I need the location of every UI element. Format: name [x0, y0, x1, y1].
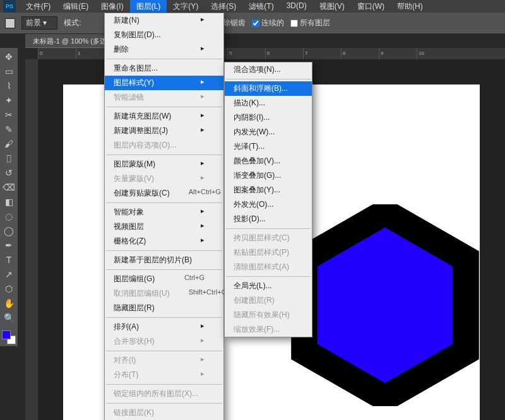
- menu-7[interactable]: 3D(D): [280, 0, 313, 13]
- menu-4[interactable]: 文字(Y): [167, 0, 205, 13]
- menu-item-label: 拷贝图层样式(C): [234, 233, 290, 243]
- menu-10[interactable]: 帮助(H): [391, 0, 429, 13]
- menu-item-label: 分布(T): [114, 370, 138, 380]
- style-menu-item-2[interactable]: 斜面和浮雕(B)...: [225, 81, 312, 96]
- crop-tool-icon[interactable]: ✂: [1, 108, 16, 122]
- layer-menu-item-16[interactable]: 智能对象: [105, 205, 223, 219]
- menu-item-label: 锁定组内的所有图层(X)...: [114, 388, 198, 399]
- menu-3[interactable]: 图层(L): [130, 0, 167, 13]
- style-menu-item-4[interactable]: 内阴影(I)...: [225, 110, 312, 125]
- eraser-tool-icon[interactable]: ⌫: [1, 180, 16, 194]
- layer-menu-item-1[interactable]: 复制图层(D)...: [105, 28, 223, 42]
- menu-9[interactable]: 窗口(W): [351, 0, 391, 13]
- path-tool-icon[interactable]: ↗: [1, 267, 16, 281]
- style-menu-item-18: 创建图层(R): [225, 293, 312, 308]
- menu-item-label: 新建调整图层(J): [114, 125, 168, 136]
- layer-menu-item-26[interactable]: 排列(A): [105, 320, 223, 334]
- type-tool-icon[interactable]: T: [1, 253, 16, 267]
- layer-menu-item-5[interactable]: 图层样式(Y): [105, 76, 223, 90]
- style-menu-item-17[interactable]: 全局光(L)...: [225, 279, 312, 293]
- menu-item-label: 删除: [114, 44, 129, 55]
- contiguous-checkbox[interactable]: 连续的: [252, 18, 284, 28]
- layer-menu-item-18[interactable]: 栅格化(Z): [105, 234, 223, 248]
- style-menu-item-8[interactable]: 渐变叠加(G)...: [225, 168, 312, 183]
- blur-tool-icon[interactable]: ◌: [1, 209, 16, 223]
- stamp-tool-icon[interactable]: ⌷: [1, 151, 16, 165]
- layer-menu-item-4[interactable]: 重命名图层...: [105, 61, 223, 76]
- pen-tool-icon[interactable]: ✒: [1, 238, 16, 252]
- app-logo-icon: PS: [3, 0, 16, 13]
- history-brush-icon[interactable]: ↺: [1, 166, 16, 180]
- layer-menu-item-9[interactable]: 新建调整图层(J): [105, 124, 223, 138]
- menu-item-label: 斜面和浮雕(B)...: [234, 83, 288, 94]
- eyedropper-tool-icon[interactable]: ✎: [1, 122, 16, 136]
- paint-source-select[interactable]: 前景 ▾: [21, 16, 57, 30]
- menu-item-label: 矢量蒙版(V): [114, 173, 154, 184]
- hand-tool-icon[interactable]: ✋: [1, 296, 16, 310]
- style-menu-sep-1: [226, 79, 311, 79]
- layer-menu-item-29: 对齐(I): [105, 353, 223, 368]
- style-menu-item-0[interactable]: 混合选项(N)...: [225, 62, 312, 77]
- shape-tool-icon[interactable]: ⬡: [1, 282, 16, 296]
- style-menu-item-5[interactable]: 内发光(W)...: [225, 125, 312, 139]
- color-swatches[interactable]: [2, 330, 16, 344]
- option-label: 模式:: [64, 18, 81, 28]
- layer-menu-item-14[interactable]: 创建剪贴蒙版(C)Alt+Ctrl+G: [105, 186, 223, 201]
- tool-preset-icon[interactable]: [5, 18, 15, 28]
- layer-menu-sep-33: [106, 403, 222, 404]
- layer-menu-item-0[interactable]: 新建(N): [105, 13, 223, 28]
- style-menu-item-3[interactable]: 描边(K)...: [225, 96, 312, 110]
- menu-item-label: 图层样式(Y): [114, 78, 154, 88]
- layer-menu-item-17[interactable]: 视频图层: [105, 219, 223, 234]
- style-menu-item-6[interactable]: 光泽(T)...: [225, 139, 312, 154]
- style-menu-item-10[interactable]: 外发光(O)...: [225, 197, 312, 212]
- menu-item-label: 图层内容选项(O)...: [114, 140, 176, 151]
- menu-item-label: 新建(N): [114, 15, 140, 26]
- menu-1[interactable]: 编辑(E): [57, 0, 95, 13]
- menu-item-label: 创建剪贴蒙版(C): [114, 188, 170, 199]
- foreground-swatch[interactable]: [2, 330, 11, 339]
- zoom-tool-icon[interactable]: 🔍: [1, 311, 16, 325]
- menu-item-label: 取消图层编组(U): [114, 288, 170, 299]
- all-layers-checkbox[interactable]: 所有图层: [290, 18, 330, 28]
- style-menu-item-14: 粘贴图层样式(P): [225, 245, 312, 260]
- menu-item-label: 粘贴图层样式(P): [234, 247, 289, 258]
- layer-menu-sep-3: [106, 59, 222, 59]
- style-menu-item-7[interactable]: 颜色叠加(V)...: [225, 154, 312, 168]
- layer-menu-item-20[interactable]: 新建基于图层的切片(B): [105, 253, 223, 267]
- style-menu-sep-12: [226, 228, 311, 229]
- layer-menu-item-32: 锁定组内的所有图层(X)...: [105, 387, 223, 401]
- style-menu-item-11[interactable]: 投影(D)...: [225, 212, 312, 226]
- option-label: 前景: [26, 18, 41, 27]
- move-tool-icon[interactable]: ✥: [1, 50, 16, 64]
- menu-5[interactable]: 选择(S): [205, 0, 242, 13]
- menu-item-label: 投影(D)...: [234, 214, 266, 225]
- gradient-tool-icon[interactable]: ◧: [1, 195, 16, 209]
- menu-item-label: 重命名图层...: [114, 63, 158, 74]
- menu-item-label: 描边(K)...: [234, 98, 265, 108]
- layer-menu-item-12[interactable]: 图层蒙版(M): [105, 157, 223, 172]
- menu-item-label: 智能对象: [114, 207, 144, 218]
- menu-item-label: 视频图层: [114, 221, 144, 232]
- menu-8[interactable]: 视图(V): [313, 0, 351, 13]
- menu-item-label: 光泽(T)...: [234, 141, 264, 152]
- wand-tool-icon[interactable]: ✦: [1, 93, 16, 107]
- style-menu-item-9[interactable]: 图案叠加(Y)...: [225, 183, 312, 197]
- style-menu-sep-16: [226, 276, 311, 277]
- style-menu-item-20: 缩放效果(F)...: [225, 322, 312, 337]
- layer-menu-item-22[interactable]: 图层编组(G)Ctrl+G: [105, 272, 223, 286]
- menu-6[interactable]: 滤镜(T): [242, 0, 280, 13]
- menu-item-label: 隐藏图层(R): [114, 303, 155, 313]
- brush-tool-icon[interactable]: 🖌: [1, 137, 16, 151]
- layer-menu-item-24[interactable]: 隐藏图层(R): [105, 301, 223, 315]
- hexagon-shape[interactable]: [284, 204, 486, 406]
- menu-2[interactable]: 图像(I): [95, 0, 129, 13]
- layer-menu-sep-28: [106, 351, 222, 351]
- lasso-tool-icon[interactable]: ⌇: [1, 79, 16, 93]
- menu-0[interactable]: 文件(F): [20, 0, 57, 13]
- layer-menu-item-30: 分布(T): [105, 368, 223, 382]
- marquee-tool-icon[interactable]: ▭: [1, 64, 16, 78]
- layer-menu-item-2[interactable]: 删除: [105, 42, 223, 57]
- layer-menu-item-8[interactable]: 新建填充图层(W): [105, 109, 223, 124]
- dodge-tool-icon[interactable]: ◯: [1, 224, 16, 238]
